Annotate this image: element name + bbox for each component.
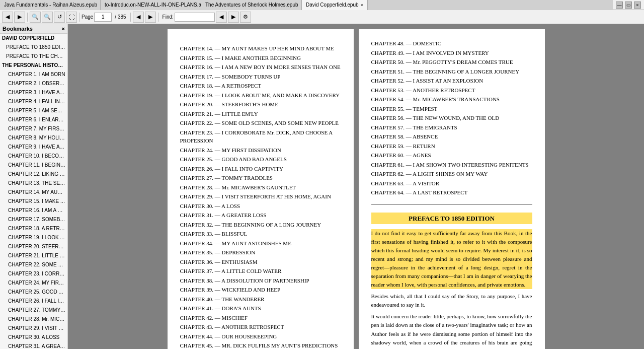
find-prev-button[interactable]: ◀	[216, 12, 227, 23]
book-pages: CHAPTER 14. — MY AUNT MAKES UP HER MIND …	[68, 24, 644, 349]
sidebar-item[interactable]: CHAPTER 18. A RETROSP	[0, 224, 67, 233]
search-input[interactable]	[175, 13, 215, 22]
sidebar-item[interactable]: CHAPTER 5. I AM SENT A	[0, 106, 67, 115]
minimize-button[interactable]: —	[616, 2, 623, 9]
sidebar-item[interactable]: CHAPTER 6. I ENLARGE M	[0, 115, 67, 124]
sidebar-item[interactable]: CHAPTER 28. Mr. MICAW	[0, 315, 67, 324]
toc-entry: CHAPTER 25. — GOOD AND BAD ANGELS	[180, 155, 341, 164]
sidebar-item[interactable]: CHAPTER 25. GOOD AND	[0, 288, 67, 297]
sidebar-item[interactable]: CHAPTER 17. SOMEBODY	[0, 215, 67, 224]
page-input[interactable]: 1	[94, 13, 112, 22]
sidebar-header: Bookmarks ×	[0, 24, 67, 34]
right-toc: CHAPTER 48. — DOMESTICCHAPTER 49. — I AM…	[371, 39, 532, 197]
sidebar-items-container: DAVID COPPERFIELDPREFACE TO 1850 EDITIOP…	[0, 34, 67, 349]
sidebar-item[interactable]: CHAPTER 7. MY FIRST H.	[0, 124, 67, 133]
sidebar-item[interactable]: CHAPTER 26. I FALL INTO	[0, 297, 67, 306]
zoom-out-button[interactable]: 🔍	[30, 12, 41, 23]
page-total: / 385	[115, 14, 126, 20]
toc-entry: CHAPTER 31. — A GREATER LOSS	[180, 211, 341, 220]
sidebar-item[interactable]: CHAPTER 24. MY FIRST D	[0, 278, 67, 288]
tab-plans[interactable]: to-Introduc.on-NEW-ALL-IN-ONE-PLANS.aspx…	[101, 0, 201, 10]
prev-page-button[interactable]: ◀	[133, 12, 144, 23]
right-page: CHAPTER 48. — DOMESTICCHAPTER 49. — I AM…	[359, 29, 545, 349]
sidebar-item[interactable]: DAVID COPPERFIELD	[0, 34, 67, 43]
page-label: Page	[82, 14, 93, 20]
sidebar-item[interactable]: CHAPTER 2. I OBSERVE	[0, 79, 67, 88]
toc-entry: CHAPTER 57. — THE EMIGRANTS	[371, 123, 532, 132]
find-label: Find:	[163, 14, 174, 20]
sidebar-item[interactable]: CHAPTER 27. TOMMY TR	[0, 306, 67, 315]
sidebar-close-icon[interactable]: ×	[62, 26, 65, 32]
nav-forward-button[interactable]: ▶	[14, 12, 25, 23]
tab-label: The Adventures of Sherlock Holmes.epub	[205, 2, 298, 8]
sidebar-item[interactable]: CHAPTER 21. LITTLE EM'LY	[0, 251, 67, 260]
fit-button[interactable]: ⛶	[66, 12, 77, 23]
close-button[interactable]: ×	[634, 2, 641, 9]
preface-paragraph: It would concern the reader little, perh…	[371, 312, 532, 349]
nav-back-button[interactable]: ◀	[2, 12, 13, 23]
sidebar-item[interactable]: CHAPTER 14. MY AUNT N	[0, 188, 67, 197]
toc-entry: CHAPTER 18. — A RETROSPECT	[180, 82, 341, 90]
preface-title: PREFACE TO 1850 EDITION	[371, 213, 532, 225]
toc-entry: CHAPTER 19. — I LOOK ABOUT ME, AND MAKE …	[180, 91, 341, 100]
sidebar-item[interactable]: CHAPTER 11. I BEGIN LIFE	[0, 161, 67, 170]
toc-entry: CHAPTER 38. — A DISSOLUTION OF PARTNERSH…	[180, 276, 341, 285]
toc-entry: CHAPTER 43. — ANOTHER RETROSPECT	[180, 323, 341, 331]
toc-entry: CHAPTER 16. — I AM A NEW BOY IN MORE SEN…	[180, 63, 341, 72]
toc-entry: CHAPTER 59. — RETURN	[371, 142, 532, 151]
preface-section: PREFACE TO 1850 EDITION I do not find it…	[371, 213, 532, 350]
sidebar-item[interactable]: CHAPTER 4. I FALL INTO	[0, 97, 67, 106]
sidebar-item[interactable]: PREFACE TO 1850 EDITIO	[0, 43, 67, 52]
preface-paragraph: I do not find it easy to get sufficientl…	[371, 229, 532, 289]
bookmarks-title: Bookmarks	[3, 26, 33, 32]
tab-sherlock[interactable]: The Adventures of Sherlock Holmes.epub	[201, 0, 302, 10]
toc-entry: CHAPTER 41. — DORA'S AUNTS	[180, 304, 341, 313]
sidebar-item[interactable]: CHAPTER 12. LIKING LIFE	[0, 170, 67, 179]
tabs-bar: Java Fundamentals - Raihan Aizeus.epub t…	[0, 0, 613, 10]
toc-entry: CHAPTER 35. — DEPRESSION	[180, 248, 341, 257]
sidebar-item[interactable]: CHAPTER 8. MY HOLIDAY	[0, 133, 67, 143]
next-page-button[interactable]: ▶	[145, 12, 156, 23]
sidebar-item[interactable]: CHAPTER 1. I AM BORN	[0, 70, 67, 79]
sidebar-item[interactable]: PREFACE TO THE CHARL	[0, 52, 67, 61]
sidebar-item[interactable]: CHAPTER 31. A GREATER	[0, 342, 67, 349]
separator-2	[79, 13, 79, 22]
sidebar-item[interactable]: CHAPTER 20. STEERFORTH	[0, 242, 67, 251]
sidebar-item[interactable]: CHAPTER 9. I HAVE A ME	[0, 143, 67, 152]
sidebar-item[interactable]: CHAPTER 23. I CORROBOR	[0, 269, 67, 278]
sidebar-item[interactable]: CHAPTER 15. I MAKE AN	[0, 197, 67, 206]
sidebar-item[interactable]: CHAPTER 19. I LOOK ABC	[0, 233, 67, 242]
find-options-button[interactable]: ⚙	[240, 12, 251, 23]
preface-paragraphs: I do not find it easy to get sufficientl…	[371, 229, 532, 349]
left-toc-entries: CHAPTER 14. — MY AUNT MAKES UP HER MIND …	[180, 44, 341, 349]
toc-entry: CHAPTER 29. — I VISIT STEERFORTH AT HIS …	[180, 192, 341, 201]
sidebar-item[interactable]: CHAPTER 10. I BECOME P	[0, 152, 67, 161]
tab-david[interactable]: David Copperfield.epub ×	[302, 0, 368, 10]
toc-entry: CHAPTER 32. — THE BEGINNING OF A LONG JO…	[180, 221, 341, 229]
toc-entry: CHAPTER 58. — ABSENCE	[371, 132, 532, 141]
sidebar-item[interactable]: CHAPTER 29. I VISIT STE	[0, 324, 67, 333]
restore-button[interactable]: ▭	[625, 2, 632, 9]
toc-entry: CHAPTER 61. — I AM SHOWN TWO INTERESTING…	[371, 161, 532, 169]
tab-label-active: David Copperfield.epub	[306, 2, 359, 8]
tab-close-icon[interactable]: ×	[361, 3, 363, 8]
zoom-in-button[interactable]: 🔍	[42, 12, 53, 23]
toc-entry: CHAPTER 20. — STEERFORTH'S HOME	[180, 100, 341, 109]
toc-entry: CHAPTER 60. — AGNES	[371, 151, 532, 160]
toc-entry: CHAPTER 26. — I FALL INTO CAPTIVITY	[180, 165, 341, 173]
toc-entry: CHAPTER 51. — THE BEGINNING OF A LONGER …	[371, 67, 532, 76]
sidebar-item[interactable]: CHAPTER 30. A LOSS	[0, 333, 67, 342]
toc-entry: CHAPTER 36. — ENTHUSIASM	[180, 258, 341, 266]
toc-entry: CHAPTER 63. — A VISITOR	[371, 179, 532, 188]
find-next-button[interactable]: ▶	[228, 12, 239, 23]
toc-entry: CHAPTER 15. — I MAKE ANOTHER BEGINNING	[180, 54, 341, 62]
tab-java[interactable]: Java Fundamentals - Raihan Aizeus.epub	[0, 0, 101, 10]
sidebar-item[interactable]: CHAPTER 16. I AM A NEW	[0, 206, 67, 215]
sidebar-item[interactable]: CHAPTER 3. I HAVE A CH	[0, 88, 67, 97]
separator-4	[158, 13, 158, 22]
sidebar-item[interactable]: CHAPTER 13. THE SEQUE	[0, 179, 67, 188]
toc-entry: CHAPTER 55. — TEMPEST	[371, 105, 532, 113]
sidebar-item[interactable]: THE PERSONAL HISTORY AN	[0, 61, 67, 70]
refresh-button[interactable]: ↺	[54, 12, 65, 23]
sidebar-item[interactable]: CHAPTER 22. SOME OLD	[0, 260, 67, 269]
